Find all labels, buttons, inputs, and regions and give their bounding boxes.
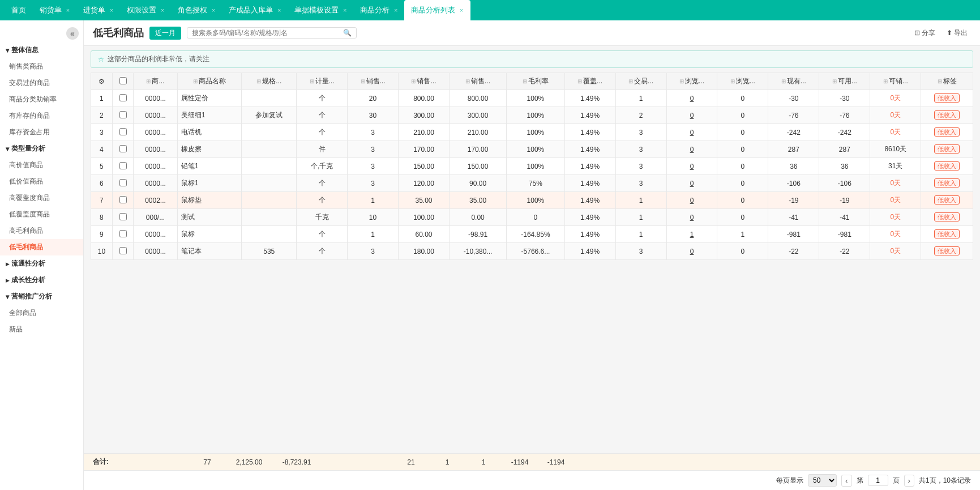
sidebar-item-category-rate[interactable]: 商品分类助销率 (0, 91, 83, 108)
page-number-input[interactable] (868, 475, 888, 486)
col-spec[interactable]: ⊞规格... (242, 73, 297, 90)
col-days[interactable]: ⊞可销... (870, 73, 921, 90)
row-checkbox[interactable] (112, 124, 133, 141)
row-browse1[interactable]: 0 (666, 243, 717, 260)
row-browse1[interactable]: 0 (666, 90, 717, 107)
page-size-select[interactable]: 50 20 100 (808, 474, 837, 487)
row-browse1[interactable]: 0 (666, 175, 717, 192)
sidebar-item-stock-goods[interactable]: 有库存的商品 (0, 108, 83, 124)
col-current[interactable]: ⊞现有... (768, 73, 819, 90)
sidebar-item-all-goods[interactable]: 全部商品 (0, 305, 83, 321)
close-permission-icon[interactable]: × (161, 7, 164, 14)
col-unit[interactable]: ⊞计量... (297, 73, 348, 90)
col-transactions[interactable]: ⊞交易... (615, 73, 666, 90)
close-role-icon[interactable]: × (212, 7, 215, 14)
col-browse1[interactable]: ⊞浏览... (666, 73, 717, 90)
col-name[interactable]: ⊞商品名称 (177, 73, 242, 90)
next-page-button[interactable]: › (904, 475, 914, 487)
export-button[interactable]: ⬆ 导出 (943, 27, 971, 40)
row-checkbox[interactable] (112, 175, 133, 192)
sidebar-item-sales-goods[interactable]: 销售类商品 (0, 58, 83, 75)
nav-product-entry[interactable]: 产成品入库单 × (222, 0, 288, 20)
sidebar-collapse-button[interactable]: « (66, 27, 79, 40)
row-checkbox[interactable] (112, 243, 133, 260)
row-checkbox[interactable] (112, 209, 133, 226)
filter-period-button[interactable]: 近一月 (149, 27, 181, 40)
select-all-checkbox[interactable] (119, 77, 127, 84)
nav-permission-settings[interactable]: 权限设置 × (120, 0, 171, 20)
sidebar-item-high-value[interactable]: 高价值商品 (0, 157, 83, 173)
row-checkbox[interactable] (112, 158, 133, 175)
col-available[interactable]: ⊞可用... (819, 73, 870, 90)
row-checkbox[interactable] (112, 141, 133, 158)
row-current: 36 (768, 158, 819, 175)
col-sales-amt[interactable]: ⊞销售... (449, 73, 506, 90)
close-purchase-order-icon[interactable]: × (110, 7, 113, 14)
row-sales-amt: 170.00 (449, 141, 506, 158)
nav-product-analysis[interactable]: 商品分析 × (353, 0, 404, 20)
sidebar-group-overall-title[interactable]: ▾ 整体信息 (0, 42, 83, 58)
prev-page-button[interactable]: ‹ (841, 475, 851, 487)
row-checkbox[interactable] (112, 226, 133, 243)
nav-sales-order[interactable]: 销货单 × (33, 0, 76, 20)
row-sales-amt: -98.91 (449, 226, 506, 243)
close-analysis-list-icon[interactable]: × (460, 7, 463, 14)
col-tag[interactable]: ⊞标签 (921, 73, 973, 90)
close-sales-order-icon[interactable]: × (66, 7, 70, 14)
nav-role-auth[interactable]: 角色授权 × (171, 0, 222, 20)
col-code[interactable]: ⊞商... (134, 73, 178, 90)
col-qty[interactable]: ⊞销售... (348, 73, 399, 90)
row-browse1[interactable]: 0 (666, 209, 717, 226)
row-checkbox[interactable] (112, 90, 133, 107)
sidebar-item-low-coverage[interactable]: 低覆盖度商品 (0, 206, 83, 223)
sidebar-item-new-goods[interactable]: 新品 (0, 321, 83, 338)
row-gross-rate: 75% (507, 175, 564, 192)
share-button[interactable]: ⊡ 分享 (911, 27, 939, 40)
sidebar-group-type-title[interactable]: ▾ 类型量分析 (0, 140, 83, 157)
sidebar-item-low-value[interactable]: 低价值商品 (0, 173, 83, 190)
col-browse2[interactable]: ⊞浏览... (717, 73, 768, 90)
sidebar-group-circulation: ▸ 流通性分析 (0, 255, 83, 272)
row-code: 0000... (134, 175, 178, 192)
close-analysis-icon[interactable]: × (394, 7, 397, 14)
col-settings[interactable]: ⚙ (91, 73, 113, 90)
row-browse1[interactable]: 0 (666, 107, 717, 124)
row-available: -19 (819, 192, 870, 209)
row-days: 0天 (870, 107, 921, 124)
nav-purchase-order[interactable]: 进货单 × (76, 0, 120, 20)
row-name: 橡皮擦 (177, 141, 242, 158)
sidebar-item-low-profit[interactable]: 低毛利商品 (0, 239, 83, 255)
sidebar-item-traded-goods[interactable]: 交易过的商品 (0, 75, 83, 91)
row-checkbox[interactable] (112, 107, 133, 124)
col-coverage[interactable]: ⊞覆盖... (564, 73, 615, 90)
row-transactions: 3 (615, 175, 666, 192)
col-price[interactable]: ⊞销售... (399, 73, 450, 90)
row-browse1[interactable]: 1 (666, 226, 717, 243)
row-browse1[interactable]: 0 (666, 124, 717, 141)
search-input[interactable] (192, 29, 341, 37)
footer-browse1: 1 (430, 458, 464, 466)
col-gross-rate[interactable]: ⊞毛利率 (507, 73, 564, 90)
row-browse2: 0 (717, 192, 768, 209)
close-product-icon[interactable]: × (277, 7, 281, 14)
sidebar-item-high-profit[interactable]: 高毛利商品 (0, 223, 83, 239)
row-unit: 个 (297, 124, 348, 141)
sidebar-group-growth-title[interactable]: ▸ 成长性分析 (0, 272, 83, 288)
row-browse1[interactable]: 0 (666, 192, 717, 209)
footer-label: 合计: (93, 457, 115, 467)
arrow-down-icon-3: ▾ (6, 293, 9, 301)
row-browse1[interactable]: 0 (666, 141, 717, 158)
row-checkbox[interactable] (112, 192, 133, 209)
nav-product-analysis-list[interactable]: 商品分析列表 × (404, 0, 470, 20)
search-icon[interactable]: 🔍 (343, 29, 352, 37)
row-browse1[interactable]: 0 (666, 158, 717, 175)
sidebar-item-high-coverage[interactable]: 高覆盖度商品 (0, 190, 83, 206)
close-template-icon[interactable]: × (343, 7, 346, 14)
nav-template-settings[interactable]: 单据模板设置 × (288, 0, 353, 20)
sidebar-item-stock-capital[interactable]: 库存资金占用 (0, 124, 83, 140)
row-qty: 3 (348, 243, 399, 260)
col-checkbox[interactable] (112, 73, 133, 90)
sidebar-group-circulation-title[interactable]: ▸ 流通性分析 (0, 255, 83, 272)
sidebar-group-marketing-title[interactable]: ▾ 营销推广分析 (0, 288, 83, 305)
nav-home[interactable]: 首页 (5, 0, 33, 20)
